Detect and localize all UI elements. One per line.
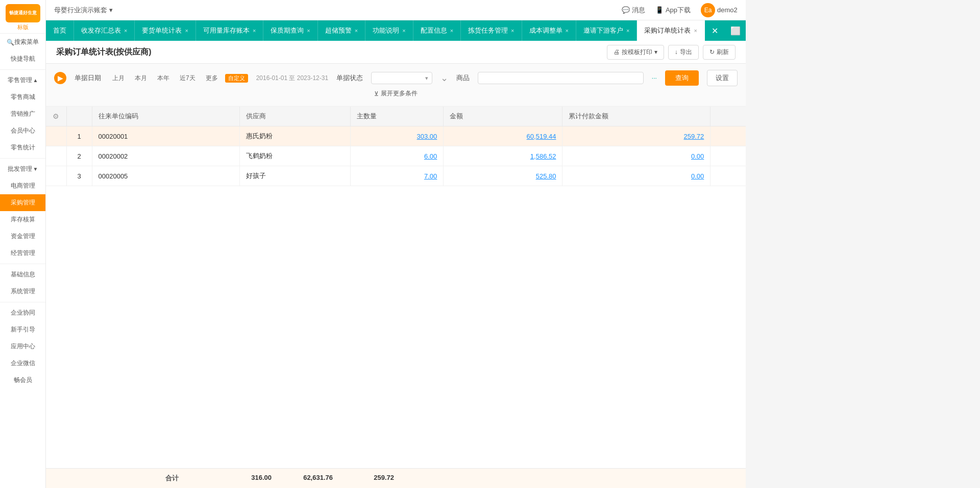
sidebar-item-system[interactable]: 系统管理 <box>0 283 45 300</box>
tab-receive-pay[interactable]: 收发存汇总表 × <box>74 20 135 41</box>
sidebar-item-wechat[interactable]: 企业微信 <box>0 355 45 372</box>
export-label: 导出 <box>680 48 692 57</box>
tab-receive-pay-close[interactable]: × <box>124 28 127 34</box>
sidebar-item-basic[interactable]: 基础信息 <box>0 266 45 283</box>
tab-available-stock[interactable]: 可用量库存账本 × <box>196 20 263 41</box>
sidebar-item-retail-management[interactable]: 零售管理 ▲ <box>0 72 45 89</box>
td-amount-2[interactable]: 1,586.52 <box>444 146 562 166</box>
status-select[interactable] <box>371 72 432 84</box>
shortcut-more[interactable]: 更多 <box>203 73 221 84</box>
sidebar-item-ecommerce[interactable]: 电商管理 <box>0 177 45 194</box>
sidebar-item-retail-stats[interactable]: 零售统计 <box>0 139 45 156</box>
tab-cost-adjust-close[interactable]: × <box>566 28 569 34</box>
td-qty-2[interactable]: 6.00 <box>351 146 444 166</box>
sidebar-item-purchase[interactable]: 采购管理 <box>0 194 45 211</box>
settings-icon[interactable]: ⚙ <box>53 112 59 120</box>
tab-overstock-close[interactable]: × <box>355 28 358 34</box>
message-icon: 💬 <box>622 6 630 14</box>
sidebar-quicknav[interactable]: 快捷导航 <box>0 50 45 67</box>
sidebar-item-vip[interactable]: 畅会员 <box>0 372 45 389</box>
page-title: 采购订单统计表(按供应商) <box>56 47 152 58</box>
shortcut-this-month[interactable]: 本月 <box>132 73 150 84</box>
export-icon: ↓ <box>675 48 678 56</box>
setting-btn[interactable]: 设置 <box>707 70 738 86</box>
tab-pick-task-close[interactable]: × <box>511 28 514 34</box>
tab-pick-task[interactable]: 拣货任务管理 × <box>461 20 522 41</box>
tab-order-stats-close[interactable]: × <box>185 28 188 34</box>
sidebar-item-members[interactable]: 会员中心 <box>0 122 45 139</box>
expand-label: 展开更多条件 <box>381 89 418 98</box>
filter-toggle-btn[interactable]: ▶ <box>54 72 66 84</box>
td-paid-3[interactable]: 0.00 <box>562 166 710 186</box>
tab-expiry[interactable]: 保质期查询 × <box>263 20 317 41</box>
sidebar-search[interactable]: 🔍 搜索菜单 <box>0 34 45 50</box>
sidebar-item-enterprise[interactable]: 企业协同 <box>0 304 45 321</box>
tab-expiry-close[interactable]: × <box>307 28 310 34</box>
app-download-btn[interactable]: 📱 App下载 <box>655 6 691 15</box>
user-info[interactable]: Ea demo2 <box>701 3 738 17</box>
tab-invite-downstream[interactable]: 邀请下游客户 × <box>576 20 637 41</box>
tab-function-close[interactable]: × <box>402 28 405 34</box>
tab-purchase-summary-close[interactable]: × <box>694 28 697 34</box>
tab-function-desc[interactable]: 功能说明 × <box>365 20 413 41</box>
sidebar-item-wholesale[interactable]: 批发管理 ▼ <box>0 161 45 177</box>
goods-more-btn[interactable]: ··· <box>652 74 657 82</box>
sidebar-item-inventory[interactable]: 库存核算 <box>0 211 45 228</box>
td-amount-1[interactable]: 60,519.44 <box>444 126 562 146</box>
maximize-btn[interactable]: ⬜ <box>725 20 746 41</box>
query-label: 查询 <box>675 74 689 82</box>
sidebar-item-newbie[interactable]: 新手引导 <box>0 321 45 338</box>
sidebar-item-marketing[interactable]: 营销推广 <box>0 106 45 122</box>
close-all-tabs-btn[interactable]: ✕ <box>705 20 725 41</box>
tab-purchase-summary[interactable]: 采购订单统计表 × <box>637 20 704 41</box>
sidebar-item-retail-shop[interactable]: 零售商城 <box>0 89 45 106</box>
refresh-label: 刷新 <box>717 48 729 57</box>
expand-btn[interactable]: ⊻ 展开更多条件 <box>374 89 418 98</box>
th-unit-code: 往来单位编码 <box>92 107 240 126</box>
org-selector[interactable]: 母婴行业演示账套 ▾ <box>54 6 113 15</box>
sidebar-item-appstore[interactable]: 应用中心 <box>0 338 45 355</box>
finance-label: 资金管理 <box>11 232 35 241</box>
shortcut-this-year[interactable]: 本年 <box>154 73 173 84</box>
sidebar-item-ops[interactable]: 经营管理 <box>0 245 45 262</box>
user-avatar: Ea <box>701 3 715 17</box>
topnav-home[interactable]: 首页 <box>46 20 74 41</box>
app-logo: 畅捷通好生意 <box>6 4 40 22</box>
newbie-label: 新手引导 <box>11 325 35 334</box>
status-filter-label: 单据状态 <box>336 73 363 83</box>
sidebar-item-finance[interactable]: 资金管理 <box>0 228 45 245</box>
tab-available-stock-close[interactable]: × <box>253 28 256 34</box>
retail-management-label: 零售管理 <box>8 76 32 85</box>
goods-input[interactable] <box>478 72 644 84</box>
td-extra-2 <box>710 146 746 166</box>
td-paid-2[interactable]: 0.00 <box>562 146 710 166</box>
tab-cost-adjust[interactable]: 成本调整单 × <box>522 20 576 41</box>
date-filter-label: 单据日期 <box>75 73 101 83</box>
inventory-label: 库存核算 <box>11 215 35 224</box>
template-print-btn[interactable]: 🖨 按模板打印 ▾ <box>607 45 664 60</box>
td-amount-3[interactable]: 525.80 <box>444 166 562 186</box>
th-settings[interactable]: ⚙ <box>46 107 66 126</box>
td-qty-1[interactable]: 303.00 <box>351 126 444 146</box>
refresh-btn[interactable]: ↻ 刷新 <box>703 45 736 60</box>
shortcut-7days[interactable]: 近7天 <box>177 73 199 84</box>
query-btn[interactable]: 查询 <box>665 70 699 86</box>
wechat-label: 企业微信 <box>11 359 35 368</box>
filter-row-main: ▶ 单据日期 上月 本月 本年 近7天 更多 自定义 2016-01-01 至 … <box>54 70 738 86</box>
table-footer: 合计 316.00 62,631.76 259.72 <box>46 468 746 488</box>
export-btn[interactable]: ↓ 导出 <box>668 45 699 60</box>
refresh-icon: ↻ <box>709 48 715 56</box>
td-paid-1[interactable]: 259.72 <box>562 126 710 146</box>
tab-config-close[interactable]: × <box>450 28 453 34</box>
th-supplier: 供应商 <box>240 107 351 126</box>
tab-config-info[interactable]: 配置信息 × <box>413 20 461 41</box>
template-print-label: 按模板打印 <box>622 48 652 57</box>
table-header-row: ⚙ 往来单位编码 供应商 主数量 金额 累计付款金额 <box>46 107 746 126</box>
tab-invite-close[interactable]: × <box>626 28 629 34</box>
tab-overstock-alert[interactable]: 超储预警 × <box>318 20 365 41</box>
avatar-text: Ea <box>704 7 712 14</box>
message-btn[interactable]: 💬 消息 <box>622 6 645 15</box>
td-qty-3[interactable]: 7.00 <box>351 166 444 186</box>
tab-order-stats[interactable]: 要货单统计表 × <box>135 20 195 41</box>
shortcut-last-month[interactable]: 上月 <box>109 73 128 84</box>
